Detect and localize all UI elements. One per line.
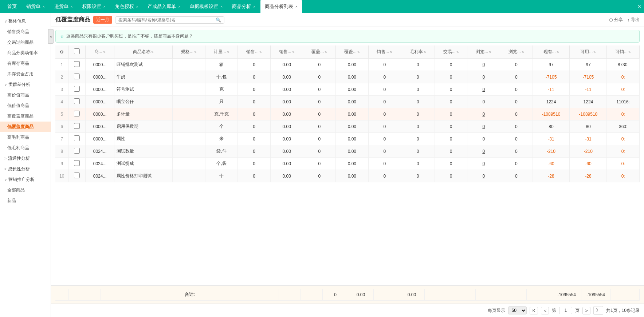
row-browse1[interactable]: 0: [467, 83, 500, 96]
row-select-checkbox[interactable]: [74, 160, 80, 166]
row-checkbox[interactable]: [68, 83, 85, 96]
th-sales-count[interactable]: 销售...⇅: [368, 45, 401, 59]
nav-item-home[interactable]: 首页: [3, 0, 21, 13]
nav-item-product-analysis-list[interactable]: 商品分析列表 ×: [260, 0, 302, 13]
close-icon[interactable]: ×: [43, 5, 45, 9]
nav-item-sales[interactable]: 销货单 ×: [22, 0, 49, 13]
th-trade[interactable]: 交易...⇅: [435, 45, 467, 59]
row-checkbox[interactable]: [68, 59, 85, 71]
th-code[interactable]: 商...⇅: [85, 45, 114, 59]
row-browse1[interactable]: 0: [467, 158, 500, 170]
sidebar-collapse-button[interactable]: «: [48, 29, 54, 44]
row-checkbox[interactable]: [68, 133, 85, 145]
th-coverage2[interactable]: 覆盖...⇅: [336, 45, 369, 59]
row-browse1[interactable]: 0: [467, 170, 500, 182]
row-select-checkbox[interactable]: [74, 61, 80, 67]
search-input[interactable]: [118, 17, 214, 23]
th-available-stock[interactable]: 可用...⇅: [570, 45, 607, 59]
row-select-checkbox[interactable]: [74, 74, 80, 79]
sidebar-item-stocked-products[interactable]: 有库存商品: [0, 58, 51, 69]
row-browse1[interactable]: 0: [467, 59, 500, 71]
sidebar-item-low-coverage[interactable]: 低覆盖度商品: [0, 122, 51, 132]
sidebar-item-traded-products[interactable]: 交易过的商品: [0, 37, 51, 48]
nav-item-permissions[interactable]: 权限设置 ×: [78, 0, 110, 13]
th-current-stock[interactable]: 现有...⇅: [533, 45, 570, 59]
row-checkbox[interactable]: [68, 96, 85, 108]
sidebar-item-stock-funds[interactable]: 库存资金占用: [0, 69, 51, 79]
row-checkbox[interactable]: [68, 170, 85, 182]
row-browse1[interactable]: 0: [467, 108, 500, 120]
last-page-button[interactable]: 》: [593, 306, 603, 315]
row-select-checkbox[interactable]: [74, 98, 80, 104]
sidebar-section-circulation[interactable]: > 流通性分析: [0, 153, 51, 164]
close-icon[interactable]: ×: [136, 5, 138, 9]
prev-page-button[interactable]: <: [541, 307, 549, 314]
sidebar-item-high-coverage[interactable]: 高覆盖度商品: [0, 111, 51, 122]
th-browse1[interactable]: 浏览...⇅: [467, 45, 500, 59]
nav-item-product-entry[interactable]: 产成品入库单 ×: [143, 0, 185, 13]
th-coverage1[interactable]: 覆盖...⇅: [303, 45, 336, 59]
share-button[interactable]: ⬡ 分享: [609, 17, 623, 23]
nav-item-template[interactable]: 单据模板设置 ×: [185, 0, 227, 13]
row-browse1[interactable]: 0: [467, 145, 500, 158]
row-select-checkbox[interactable]: [74, 148, 80, 154]
th-browse2[interactable]: 浏览...⇅: [500, 45, 533, 59]
row-select-checkbox[interactable]: [74, 86, 80, 92]
row-checkbox[interactable]: [68, 120, 85, 133]
th-saleable[interactable]: 可销...⇅: [607, 45, 640, 59]
row-checkbox[interactable]: [68, 158, 85, 170]
close-icon[interactable]: ×: [295, 5, 298, 9]
sidebar-item-low-value[interactable]: 低价值商品: [0, 100, 51, 111]
export-button[interactable]: ↑ 导出: [627, 17, 640, 23]
row-saleable: 11016:: [607, 96, 640, 108]
sidebar-section-marketing[interactable]: ∨ 营销推广分析: [0, 174, 51, 185]
close-icon[interactable]: ×: [253, 5, 255, 9]
sidebar-item-all-products[interactable]: 全部商品: [0, 185, 51, 195]
sidebar-item-sales-products[interactable]: 销售类商品: [0, 27, 51, 37]
close-icon[interactable]: ×: [71, 5, 73, 9]
th-sales-amt[interactable]: 销售...⇅: [270, 45, 303, 59]
close-icon[interactable]: ×: [103, 5, 106, 9]
sidebar-item-high-margin[interactable]: 高毛利商品: [0, 132, 51, 143]
sidebar-section-cluster[interactable]: ∨ 类群差分析: [0, 79, 51, 90]
row-browse1[interactable]: 0: [467, 120, 500, 133]
sidebar-item-low-margin[interactable]: 低毛利商品: [0, 143, 51, 153]
select-all-checkbox[interactable]: [74, 48, 80, 54]
row-checkbox[interactable]: [68, 71, 85, 83]
sidebar-item-category-turnover[interactable]: 商品分类动销率: [0, 48, 51, 58]
nav-item-purchase[interactable]: 进货单 ×: [50, 0, 77, 13]
row-checkbox[interactable]: [68, 108, 85, 120]
th-sales-qty[interactable]: 销售...⇅: [238, 45, 271, 59]
sidebar-item-high-value[interactable]: 高价值商品: [0, 90, 51, 100]
row-browse1[interactable]: 0: [467, 133, 500, 145]
sidebar-section-overall[interactable]: ∨ 整体信息: [0, 16, 51, 27]
sidebar-section-growth[interactable]: > 成长性分析: [0, 164, 51, 174]
row-available-stock: -60: [570, 158, 607, 170]
th-unit[interactable]: 计量...⇅: [205, 45, 238, 59]
row-select-checkbox[interactable]: [74, 123, 80, 129]
sidebar-item-new-products[interactable]: 新品: [0, 195, 51, 206]
row-browse1[interactable]: 0: [467, 96, 500, 108]
date-filter-button[interactable]: 近一月: [93, 16, 112, 24]
row-sales-count: 0: [368, 71, 401, 83]
close-icon[interactable]: ×: [220, 5, 223, 9]
close-all-tabs-button[interactable]: ×: [638, 3, 641, 10]
row-select-checkbox[interactable]: [74, 135, 80, 141]
close-icon[interactable]: ×: [178, 5, 180, 9]
row-spec: [173, 120, 205, 133]
first-page-button[interactable]: K: [530, 307, 538, 314]
th-name[interactable]: 商品名称⇅: [114, 45, 173, 59]
row-browse1[interactable]: 0: [467, 71, 500, 83]
th-gross-margin[interactable]: 毛利率⇅: [401, 45, 435, 59]
row-select-checkbox[interactable]: [74, 111, 80, 116]
current-page-input[interactable]: [559, 307, 572, 314]
th-settings[interactable]: ⚙: [55, 45, 68, 59]
next-page-button[interactable]: >: [582, 307, 590, 314]
row-select-checkbox[interactable]: [74, 173, 80, 178]
nav-item-product-analysis[interactable]: 商品分析 ×: [228, 0, 260, 13]
sidebar: ∨ 整体信息 销售类商品 交易过的商品 商品分类动销率 有库存商品 库存资金占用…: [0, 13, 51, 317]
nav-item-roles[interactable]: 角色授权 ×: [111, 0, 143, 13]
th-spec[interactable]: 规格...⇅: [173, 45, 205, 59]
per-page-select[interactable]: 50 20 100: [508, 306, 527, 314]
row-checkbox[interactable]: [68, 145, 85, 158]
